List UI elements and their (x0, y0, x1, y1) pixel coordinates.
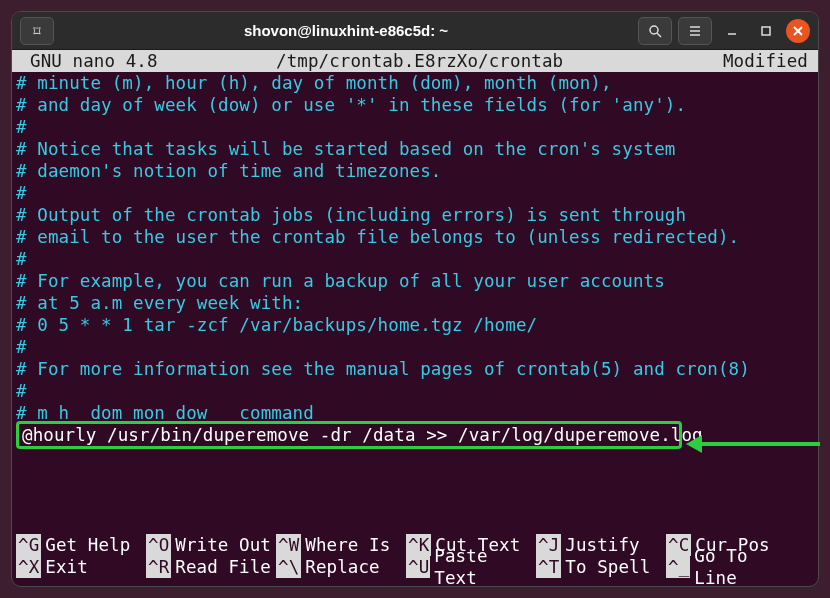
shortcut-justify: ^JJustify (536, 534, 666, 556)
comment-line: # (16, 248, 814, 270)
titlebar: ⌑ shovon@linuxhint-e86c5d: ~ (12, 12, 818, 50)
comment-line: # at 5 a.m every week with: (16, 292, 814, 314)
editor-blank-area (12, 446, 818, 534)
hamburger-icon (688, 24, 702, 38)
nano-filename: /tmp/crontab.E8rzXo/crontab (276, 50, 723, 72)
comment-line: # minute (m), hour (h), day of month (do… (16, 72, 814, 94)
shortcut-row: ^XExit ^RRead File ^\Replace ^UPaste Tex… (16, 556, 814, 578)
shortcut-paste: ^UPaste Text (406, 556, 536, 578)
close-button[interactable] (786, 19, 810, 43)
comment-line: # Output of the crontab jobs (including … (16, 204, 814, 226)
editor-content[interactable]: # minute (m), hour (h), day of month (do… (12, 72, 818, 424)
shortcut-spell: ^TTo Spell (536, 556, 666, 578)
comment-line: # email to the user the crontab file bel… (16, 226, 814, 248)
menu-button[interactable] (678, 17, 712, 45)
maximize-icon (760, 25, 772, 37)
tab-icon: ⌑ (33, 23, 41, 39)
search-button[interactable] (638, 17, 672, 45)
svg-rect-6 (762, 27, 770, 35)
comment-line: # daemon's notion of time and timezones. (16, 160, 814, 182)
nano-status: Modified (723, 50, 814, 72)
shortcut-whereis: ^WWhere Is (276, 534, 406, 556)
window-title: shovon@linuxhint-e86c5d: ~ (54, 22, 638, 39)
shortcut-exit: ^XExit (16, 556, 146, 578)
shortcut-readfile: ^RRead File (146, 556, 276, 578)
comment-line: # For example, you can run a backup of a… (16, 270, 814, 292)
comment-line: # m h dom mon dow command (16, 402, 814, 424)
comment-line: # (16, 116, 814, 138)
comment-line: # (16, 380, 814, 402)
nano-shortcuts: ^GGet Help ^OWrite Out ^WWhere Is ^KCut … (12, 534, 818, 578)
terminal-content[interactable]: GNU nano 4.8 /tmp/crontab.E8rzXo/crontab… (12, 50, 818, 578)
nano-app-name: GNU nano 4.8 (16, 50, 276, 72)
comment-line: # (16, 336, 814, 358)
comment-line: # For more information see the manual pa… (16, 358, 814, 380)
annotation-arrow (700, 442, 820, 446)
new-tab-button[interactable]: ⌑ (20, 17, 54, 45)
close-icon (793, 26, 803, 36)
comment-line: # Notice that tasks will be started base… (16, 138, 814, 160)
minimize-button[interactable] (718, 17, 746, 45)
shortcut-help: ^GGet Help (16, 534, 146, 556)
comment-line: # and day of week (dow) or use '*' in th… (16, 94, 814, 116)
nano-header: GNU nano 4.8 /tmp/crontab.E8rzXo/crontab… (12, 50, 818, 72)
minimize-icon (726, 25, 738, 37)
svg-point-0 (650, 26, 658, 34)
comment-line: # (16, 182, 814, 204)
search-icon (648, 24, 662, 38)
maximize-button[interactable] (752, 17, 780, 45)
svg-line-1 (657, 33, 661, 37)
terminal-window: ⌑ shovon@linuxhint-e86c5d: ~ GNU nano 4.… (11, 11, 819, 587)
comment-line: # 0 5 * * 1 tar -zcf /var/backups/home.t… (16, 314, 814, 336)
shortcut-replace: ^\Replace (276, 556, 406, 578)
shortcut-goto: ^_Go To Line (666, 556, 796, 578)
shortcut-writeout: ^OWrite Out (146, 534, 276, 556)
